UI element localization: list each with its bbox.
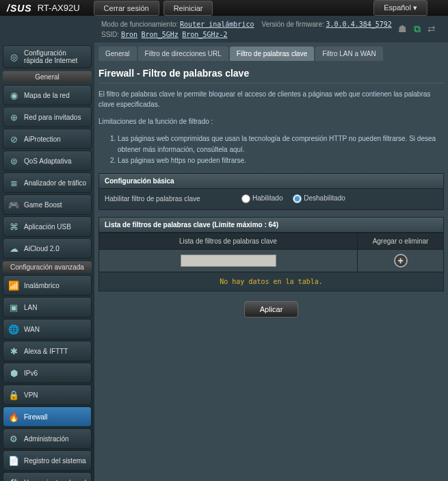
sidebar-item-label: Inalámbrico (24, 282, 60, 289)
menu-icon: ☁ (8, 242, 20, 255)
globe-icon: ◎ (8, 51, 20, 63)
col-keyword: Lista de filtros de palabras clave (99, 233, 358, 250)
menu-icon: ≣ (8, 177, 20, 189)
sidebar-item-label: Game Boost (24, 201, 62, 209)
mesh-icon[interactable]: ☗ (398, 23, 407, 34)
sidebar-item-label: VPN (24, 391, 38, 399)
brand-logo: /SUS (7, 3, 32, 14)
sidebar-item-label: Mapa de la red (24, 92, 70, 99)
sidebar-item-alexa-ifttt[interactable]: ✱Alexa & IFTTT (3, 341, 92, 361)
chevron-down-icon: ▾ (413, 3, 417, 12)
add-button[interactable]: + (394, 254, 408, 268)
mode-label: Modo de funcionamiento: (101, 21, 178, 28)
sidebar-item-ipv6[interactable]: ⬢IPv6 (3, 363, 92, 383)
menu-icon: ✱ (8, 345, 20, 357)
sidebar-item-herramientas-de-red[interactable]: 🛠Herramientas de red (3, 472, 92, 481)
language-label: Español (384, 3, 411, 12)
menu-icon: ◉ (8, 89, 20, 101)
menu-icon: 🌐 (8, 323, 20, 335)
radio-disabled[interactable]: Deshabilitado (293, 194, 345, 202)
menu-icon: ⊘ (8, 133, 20, 145)
sidebar-label: Configuración rápida de Internet (24, 49, 87, 64)
sidebar-item-qos-adaptativa[interactable]: ⊚QoS Adaptativa (3, 151, 92, 171)
aimesh-icon[interactable]: ⧉ (414, 23, 421, 34)
menu-icon: 📄 (8, 454, 20, 467)
menu-icon: ⊕ (8, 111, 20, 123)
menu-icon: 📶 (8, 279, 20, 291)
main-panel: GeneralFiltro de direcciones URLFiltro d… (94, 42, 448, 481)
keyword-list-header: Lista de filtros de palabras clave (Lími… (98, 217, 444, 233)
mode-value[interactable]: Router inalámbrico (180, 21, 254, 28)
sidebar-item-label: Registro del sistema (24, 457, 86, 465)
model-name: RT-AX92U (38, 3, 80, 13)
logout-button[interactable]: Cerrar sesión (94, 1, 159, 16)
keyword-table: Lista de filtros de palabras clave Agreg… (98, 233, 444, 272)
usb-icon[interactable]: ⇄ (427, 23, 436, 34)
col-action: Agregar o eliminar (358, 233, 444, 250)
menu-icon: ⊚ (8, 155, 20, 167)
menu-icon: ▣ (8, 301, 20, 313)
info-bar: Modo de funcionamiento: Router inalámbri… (0, 16, 448, 42)
sidebar-item-label: Herramientas de red (24, 479, 86, 482)
tab-general[interactable]: General (98, 47, 137, 61)
enable-filter-label: Habilitar filtro de palabras clave (105, 195, 241, 203)
limitations-label: Limitaciones de la función de filtrado : (98, 116, 444, 127)
ssid-label: SSID: (101, 31, 119, 38)
menu-icon: 🛠 (8, 476, 20, 481)
keyword-input[interactable] (181, 255, 276, 267)
radio-enabled[interactable]: Habilitado (241, 194, 282, 202)
menu-icon: 🎮 (8, 198, 20, 211)
sidebar-item-inalámbrico[interactable]: 📶Inalámbrico (3, 275, 92, 296)
language-selector[interactable]: Español ▾ (373, 0, 427, 16)
ssid-1: Bron (121, 31, 137, 38)
tab-bar: GeneralFiltro de direcciones URLFiltro d… (98, 47, 444, 61)
sidebar-item-administración[interactable]: ⚙Administración (3, 428, 92, 449)
reboot-button[interactable]: Reiniciar (163, 1, 213, 16)
sidebar-item-lan[interactable]: ▣LAN (3, 297, 92, 317)
sidebar-item-wan[interactable]: 🌐WAN (3, 319, 92, 339)
sidebar-item-registro-del-sistema[interactable]: 📄Registro del sistema (3, 450, 92, 471)
sidebar-item-label: Administración (24, 435, 69, 443)
sidebar-item-label: AiCloud 2.0 (24, 245, 60, 252)
sidebar-header-advanced: Configuración avanzada (3, 261, 92, 273)
sidebar-item-label: AiProtection (24, 135, 61, 143)
sidebar-item-vpn[interactable]: 🔒VPN (3, 385, 92, 405)
fw-value[interactable]: 3.0.0.4.384_5792 (326, 21, 392, 28)
sidebar-item-aicloud-2.0[interactable]: ☁AiCloud 2.0 (3, 238, 92, 259)
limitation-1: Las páginas web comprimidas que usan la … (118, 133, 444, 155)
menu-icon: ⬢ (8, 367, 20, 379)
menu-icon: 🔒 (8, 389, 20, 401)
tab-filtro-de-palabras-clave[interactable]: Filtro de palabras clave (230, 47, 314, 61)
description-text: El filtro de palabras clave le permite b… (98, 89, 444, 109)
sidebar-item-label: Analizador de tráfico (24, 179, 86, 187)
sidebar-item-label: Aplicación USB (24, 223, 71, 231)
sidebar-quick-setup[interactable]: ◎ Configuración rápida de Internet (3, 45, 92, 68)
limitation-2: Las páginas web https no pueden filtrars… (118, 155, 444, 166)
basic-settings-header: Configuración básica (98, 173, 444, 189)
sidebar-header-general: General (3, 71, 92, 83)
sidebar-item-aplicación-usb[interactable]: ⌘Aplicación USB (3, 216, 92, 237)
ssid-3: Bron_5GHz-2 (182, 31, 227, 38)
sidebar-item-analizador-de-tráfico[interactable]: ≣Analizador de tráfico (3, 172, 92, 193)
sidebar-item-game-boost[interactable]: 🎮Game Boost (3, 194, 92, 215)
sidebar-item-firewall[interactable]: 🔥Firewall (3, 406, 92, 427)
ssid-2: Bron_5GHz (142, 31, 179, 38)
top-bar: /SUS RT-AX92U Cerrar sesión Reiniciar Es… (0, 0, 448, 16)
page-title: Firewall - Filtro de palabras clave (98, 68, 444, 83)
sidebar: ◎ Configuración rápida de Internet Gener… (0, 42, 94, 481)
sidebar-item-label: Alexa & IFTTT (24, 348, 68, 355)
sidebar-item-label: QoS Adaptativa (24, 157, 72, 165)
sidebar-item-aiprotection[interactable]: ⊘AiProtection (3, 129, 92, 149)
menu-icon: 🔥 (8, 411, 20, 423)
menu-icon: ⚙ (8, 432, 20, 445)
tab-filtro-de-direcciones-url[interactable]: Filtro de direcciones URL (138, 47, 228, 61)
apply-button[interactable]: Aplicar (244, 301, 299, 317)
sidebar-item-mapa-de-la-red[interactable]: ◉Mapa de la red (3, 85, 92, 105)
no-data-message: No hay datos en la tabla. (98, 272, 444, 291)
fw-label: Versión de firmware: (262, 21, 324, 28)
tab-filtro-lan-a-wan[interactable]: Filtro LAN a WAN (315, 47, 383, 61)
sidebar-item-label: IPv6 (24, 369, 38, 377)
sidebar-item-label: WAN (24, 326, 40, 333)
menu-icon: ⌘ (8, 220, 20, 233)
sidebar-item-red-para-invitados[interactable]: ⊕Red para invitados (3, 107, 92, 127)
